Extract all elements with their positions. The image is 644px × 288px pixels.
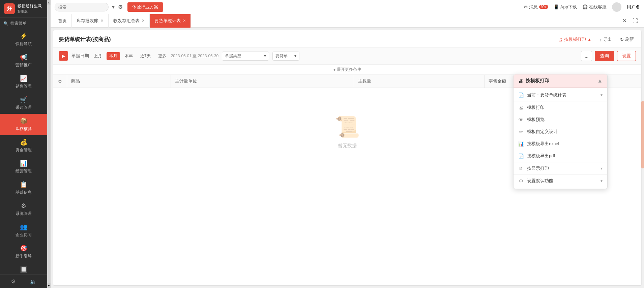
scroll-up-btn[interactable]: ▲ bbox=[47, 0, 51, 5]
scroll-down-btn[interactable]: ▼ bbox=[47, 283, 51, 288]
logo-icon: 好 bbox=[4, 3, 15, 14]
menu-item-left-1-4: 📄 按模板导出pdf bbox=[518, 153, 555, 159]
sales-label: 销售管理 bbox=[16, 84, 32, 89]
header-search-input[interactable] bbox=[55, 3, 109, 11]
tabs-right-actions: ✕ ⛶ bbox=[620, 16, 641, 26]
chevron-down-icon: ▾ bbox=[333, 67, 335, 72]
service-icon: 🎧 bbox=[582, 4, 588, 9]
message-icon: ✉ bbox=[524, 4, 528, 9]
online-service-btn[interactable]: 🎧 在线客服 bbox=[582, 4, 607, 10]
print-dropdown-title: 🖨 按模板打印 bbox=[518, 78, 549, 84]
sidebar-item-apps[interactable]: 🔲应用中心 bbox=[0, 262, 47, 275]
app-download-btn[interactable]: 📱 App下载 bbox=[554, 4, 577, 10]
print-menu-item-1-4[interactable]: 📄 按模板导出pdf bbox=[514, 150, 607, 162]
print-menu-item-2-0[interactable]: 🖥 按显示打印 ▾ bbox=[514, 162, 607, 174]
sidebar-item-inventory[interactable]: 📦库存核算 bbox=[0, 114, 47, 135]
menu-item-icon-1-3: 📊 bbox=[518, 141, 524, 147]
sidebar-item-purchase[interactable]: 🛒采购管理 bbox=[0, 93, 47, 114]
dropdown-icon[interactable]: ▾ bbox=[112, 4, 115, 10]
sound-icon[interactable]: 🔈 bbox=[30, 278, 37, 285]
content-header: 要货单统计表(按商品) 🖨 按模板打印 ▲ ↑ 导出 ↻ 刷新 bbox=[53, 30, 641, 47]
print-template-btn[interactable]: 🖨 按模板打印 ▲ bbox=[556, 35, 594, 44]
tab-receipts-summary[interactable]: 收发存汇总表 ✕ bbox=[109, 14, 150, 28]
query-btn[interactable]: 查询 bbox=[595, 51, 614, 61]
print-menu-item-0-0[interactable]: 📄 当前：要货单统计表 ▾ bbox=[514, 89, 607, 101]
username-label: 用户名 bbox=[627, 4, 640, 10]
menu-item-label-1-4: 按模板导出pdf bbox=[527, 153, 555, 159]
print-menu-section-1: 🖨 模板打印 👁 模板预览 ✏ 模板自定义设计 📊 bbox=[514, 101, 607, 162]
sidebar-item-sales[interactable]: 📈销售管理 bbox=[0, 71, 47, 93]
content-area: 要货单统计表(按商品) 🖨 按模板打印 ▲ ↑ 导出 ↻ 刷新 bbox=[53, 30, 641, 285]
sidebar-item-guide[interactable]: 🎯新手引导 bbox=[0, 241, 47, 262]
main-area: ▾ ⚙ 体验行业方案 ✉ 消息 99+ 📱 App下载 🎧 在线客服 用户名 首… bbox=[51, 0, 644, 288]
maximize-btn[interactable]: ⛶ bbox=[631, 16, 640, 26]
sidebar-item-finance[interactable]: 💰资金管理 bbox=[0, 135, 47, 156]
online-service-label: 在线客服 bbox=[589, 4, 607, 10]
sidebar-scrollbar: ▲ ▼ bbox=[47, 0, 51, 288]
tab-order-stats[interactable]: 要货单统计表 ✕ bbox=[150, 14, 191, 28]
print-dropdown-close-btn[interactable]: ▲ bbox=[597, 78, 603, 84]
menu-item-label-2-0: 按显示打印 bbox=[527, 165, 549, 171]
print-menu-item-1-2[interactable]: ✏ 模板自定义设计 bbox=[514, 126, 607, 138]
refresh-btn[interactable]: ↻ 刷新 bbox=[618, 35, 636, 44]
type-select[interactable]: 单据类型 ▾ bbox=[222, 52, 269, 61]
inventory-label: 库存核算 bbox=[16, 126, 32, 132]
col-header-1: 商品 bbox=[67, 75, 171, 88]
print-menu-item-1-0[interactable]: 🖨 模板打印 bbox=[514, 101, 607, 114]
date-more-btn[interactable]: 更多 bbox=[155, 52, 169, 60]
basic-icon: 📋 bbox=[20, 181, 27, 188]
tab-label-order-stats: 要货单统计表 bbox=[154, 18, 181, 24]
menu-item-icon-1-4: 📄 bbox=[518, 153, 524, 159]
expand-more-bar[interactable]: ▾ 展开更多条件 bbox=[53, 65, 641, 75]
messages-btn[interactable]: ✉ 消息 99+ bbox=[524, 4, 548, 10]
sidebar-search[interactable]: 🔍 搜索菜单 bbox=[0, 18, 47, 29]
menu-item-arrow-0-0: ▾ bbox=[601, 93, 603, 97]
sidebar-item-operation[interactable]: 📊经营管理 bbox=[0, 156, 47, 178]
menu-item-left-0-0: 📄 当前：要货单统计表 bbox=[518, 92, 566, 98]
print-menu-item-3-0[interactable]: ⚙ 设置默认功能 ▾ bbox=[514, 175, 607, 187]
tab-close-receipts-summary[interactable]: ✕ bbox=[142, 19, 145, 23]
sidebar-item-basic[interactable]: 📋基础信息 bbox=[0, 178, 47, 199]
sidebar-item-system[interactable]: ⚙系统管理 bbox=[0, 199, 47, 220]
print-dropdown-panel: 🖨 按模板打印 ▲ 📄 当前：要货单统计表 ▾ 🖨 模板打印 bbox=[513, 74, 608, 189]
more-options-btn[interactable]: ... bbox=[581, 51, 592, 61]
print-menu-item-1-1[interactable]: 👁 模板预览 bbox=[514, 114, 607, 126]
app-icon: 📱 bbox=[554, 4, 559, 9]
tab-close-inventory-batch[interactable]: ✕ bbox=[100, 19, 104, 23]
settings-col-icon[interactable]: ⚙ bbox=[58, 79, 62, 84]
close-tab-btn[interactable]: ✕ bbox=[620, 16, 629, 26]
date-prev-month-btn[interactable]: 上月 bbox=[91, 52, 105, 60]
menu-item-left-2-0: 🖥 按显示打印 bbox=[518, 165, 549, 171]
tab-close-order-stats[interactable]: ✕ bbox=[183, 19, 186, 23]
sidebar-item-quick-nav[interactable]: ⚡快捷导航 bbox=[0, 29, 47, 50]
sidebar-item-marketing[interactable]: 📢营销推广 bbox=[0, 50, 47, 71]
search-icon: 🔍 bbox=[3, 21, 8, 26]
column-settings-btn[interactable]: 设置 bbox=[617, 51, 636, 61]
operation-icon: 📊 bbox=[20, 160, 27, 167]
print-menu-item-1-3[interactable]: 📊 按模板导出excel bbox=[514, 138, 607, 150]
settings-icon[interactable]: ⚙ bbox=[11, 278, 16, 285]
tab-home[interactable]: 首页 bbox=[53, 14, 72, 28]
message-badge: 99+ bbox=[539, 5, 548, 9]
export-btn[interactable]: ↑ 导出 bbox=[598, 35, 614, 44]
tab-inventory-batch[interactable]: 库存批次账 ✕ bbox=[72, 14, 109, 28]
menu-item-left-1-2: ✏ 模板自定义设计 bbox=[518, 129, 558, 135]
user-avatar[interactable] bbox=[612, 2, 621, 12]
toolbar-actions: ... 查询 设置 bbox=[581, 51, 636, 61]
collab-label: 企业协同 bbox=[16, 232, 32, 238]
scroll-track bbox=[47, 5, 51, 283]
refresh-icon: ↻ bbox=[620, 37, 624, 42]
menu-item-label-1-1: 模板预览 bbox=[527, 117, 545, 123]
date-current-year-btn[interactable]: 本年 bbox=[122, 52, 136, 60]
header-gear-icon[interactable]: ⚙ bbox=[118, 4, 123, 10]
trial-btn[interactable]: 体验行业方案 bbox=[127, 2, 163, 12]
date-current-month-btn[interactable]: 本月 bbox=[107, 52, 120, 60]
date-7days-btn[interactable]: 近7天 bbox=[138, 52, 153, 60]
order-type-select[interactable]: 要货单 ▾ bbox=[272, 52, 299, 61]
right-scrollbar[interactable] bbox=[641, 101, 644, 168]
print-label: 按模板打印 bbox=[564, 36, 586, 42]
finance-icon: 💰 bbox=[20, 138, 27, 146]
menu-item-left-1-1: 👁 模板预览 bbox=[518, 117, 545, 123]
expand-toggle-btn[interactable]: ▶ bbox=[59, 51, 68, 61]
sidebar-item-collab[interactable]: 👥企业协同 bbox=[0, 220, 47, 241]
